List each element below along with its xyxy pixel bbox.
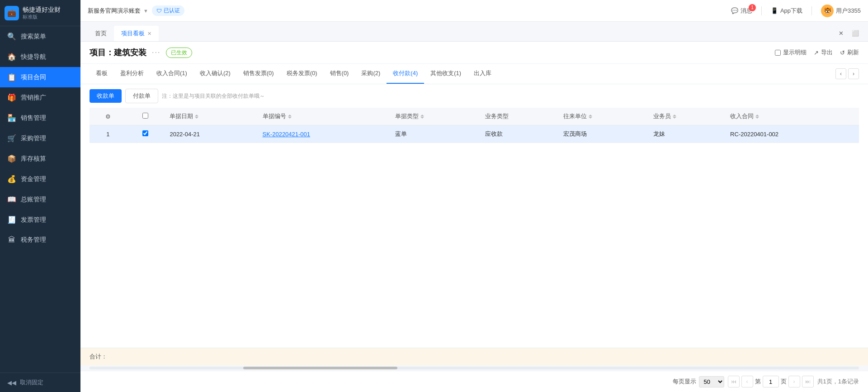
export-button[interactable]: ↗ 导出 bbox=[814, 48, 833, 57]
export-label: 导出 bbox=[821, 48, 833, 57]
data-table: ⚙ 单据日期 单据编号 bbox=[90, 108, 859, 143]
col-type-sort[interactable]: 单据类型 bbox=[395, 112, 424, 120]
message-button[interactable]: 💬 消息 1 bbox=[731, 7, 752, 15]
sidebar-item-label: 发票管理 bbox=[21, 216, 46, 224]
col-partner-sort[interactable]: 往来单位 bbox=[563, 112, 592, 120]
next-page-button[interactable]: › bbox=[788, 376, 800, 387]
per-page-select[interactable]: 50 10 20 100 bbox=[699, 376, 724, 387]
sidebar-item-purchase[interactable]: 🛒 采购管理 bbox=[0, 128, 80, 148]
pagination: 每页显示 50 10 20 100 ⏮ ‹ 第 页 › ⏭ 共1页，1条记录 bbox=[80, 371, 868, 392]
subtab-next-button[interactable]: › bbox=[848, 68, 859, 79]
select-all-checkbox[interactable] bbox=[142, 113, 148, 119]
col-income-contract[interactable]: 收入合同 bbox=[725, 108, 859, 125]
sidebar-nav: 🔍 搜索菜单 🏠 快捷导航 📋 项目合同 🎁 营销推广 🏪 销售管理 🛒 采购管… bbox=[0, 26, 80, 373]
inner-tabs: 收款单 付款单 注：这里是与项目关联的全部收付款单哦～ bbox=[80, 84, 868, 108]
subtab-profit[interactable]: 盈利分析 bbox=[114, 64, 150, 84]
sidebar-item-search[interactable]: 🔍 搜索菜单 bbox=[0, 26, 80, 47]
subtab-other-income[interactable]: 其他收支(1) bbox=[424, 64, 467, 84]
col-number-sort[interactable]: 单据编号 bbox=[263, 112, 292, 120]
scrollbar-thumb[interactable] bbox=[243, 367, 397, 369]
sidebar-item-marketing[interactable]: 🎁 营销推广 bbox=[0, 87, 80, 108]
row-select-checkbox[interactable] bbox=[142, 130, 148, 136]
show-detail-checkbox[interactable] bbox=[775, 50, 781, 56]
first-page-button[interactable]: ⏮ bbox=[728, 376, 740, 387]
tab-project-board[interactable]: 项目看板 ✕ bbox=[114, 26, 159, 41]
table-footer: 合计： bbox=[80, 348, 868, 365]
sidebar-item-sales[interactable]: 🏪 销售管理 bbox=[0, 108, 80, 128]
inner-tab-receipt[interactable]: 收款单 bbox=[90, 89, 122, 103]
row-checkbox[interactable] bbox=[127, 125, 165, 143]
sidebar-item-invoice[interactable]: 🧾 发票管理 bbox=[0, 210, 80, 230]
col-salesman-sort[interactable]: 业务员 bbox=[653, 112, 676, 120]
row-number-link[interactable]: SK-20220421-001 bbox=[263, 131, 311, 138]
app-download-button[interactable]: 📱 App下载 bbox=[771, 7, 802, 15]
message-icon: 💬 bbox=[731, 7, 738, 14]
subtab-tax-invoice[interactable]: 税务发票(0) bbox=[280, 64, 324, 84]
subtab-receipt-payment[interactable]: 收付款(4) bbox=[387, 64, 424, 84]
col-income-contract-sort[interactable]: 收入合同 bbox=[730, 112, 759, 120]
sidebar: 💼 畅捷通好业财 标准版 🔍 搜索菜单 🏠 快捷导航 📋 项目合同 🎁 营销推广… bbox=[0, 0, 80, 392]
more-options-button[interactable]: ··· bbox=[152, 48, 160, 57]
col-number[interactable]: 单据编号 bbox=[257, 108, 390, 125]
subtab-income-confirm[interactable]: 收入确认(2) bbox=[193, 64, 237, 84]
sidebar-item-tax[interactable]: 🏛 税务管理 bbox=[0, 230, 80, 250]
horizontal-scrollbar[interactable] bbox=[80, 365, 868, 371]
last-page-button[interactable]: ⏭ bbox=[802, 376, 814, 387]
demo-account-name: 新服务官网演示账套 bbox=[88, 7, 141, 15]
per-page-label: 每页显示 bbox=[673, 378, 696, 386]
subtab-dashboard[interactable]: 看板 bbox=[90, 64, 114, 84]
col-type[interactable]: 单据类型 bbox=[390, 108, 480, 125]
sidebar-item-project-contract[interactable]: 📋 项目合同 bbox=[0, 67, 80, 87]
scrollbar-track[interactable] bbox=[90, 367, 859, 369]
box-icon: 📦 bbox=[7, 154, 16, 163]
col-partner[interactable]: 往来单位 bbox=[558, 108, 648, 125]
col-checkbox[interactable] bbox=[127, 108, 165, 125]
sidebar-item-label: 库存核算 bbox=[21, 155, 46, 163]
phone-icon: 📱 bbox=[771, 7, 778, 14]
user-menu[interactable]: 🐯 用户3355 bbox=[821, 5, 861, 17]
maximize-button[interactable]: ⬜ bbox=[850, 28, 861, 38]
sidebar-item-label: 搜索菜单 bbox=[21, 33, 46, 41]
tax-icon: 🏛 bbox=[7, 236, 16, 244]
col-settings[interactable]: ⚙ bbox=[90, 108, 127, 125]
table-row[interactable]: 1 2022-04-21 SK-20220421-001 蓝单 应收款 宏茂商场… bbox=[90, 125, 859, 143]
refresh-button[interactable]: ↺ 刷新 bbox=[840, 48, 859, 57]
subtab-income-contract[interactable]: 收入合同(1) bbox=[150, 64, 193, 84]
subtab-purchase[interactable]: 采购(2) bbox=[355, 64, 387, 84]
demo-account-selector[interactable]: 新服务官网演示账套 ▼ bbox=[88, 7, 148, 15]
tab-home-label: 首页 bbox=[95, 29, 107, 38]
tab-home[interactable]: 首页 bbox=[88, 26, 114, 41]
col-date-sort[interactable]: 单据日期 bbox=[170, 112, 198, 120]
page-input[interactable] bbox=[763, 376, 779, 387]
sort-icon bbox=[755, 115, 759, 119]
row-number[interactable]: SK-20220421-001 bbox=[257, 125, 390, 143]
prev-page-button[interactable]: ‹ bbox=[741, 376, 753, 387]
sort-icon bbox=[195, 115, 198, 119]
subtab-in-out[interactable]: 出入库 bbox=[467, 64, 498, 84]
tab-close-icon[interactable]: ✕ bbox=[147, 31, 151, 37]
sidebar-item-label: 销售管理 bbox=[21, 114, 46, 122]
sidebar-item-fund[interactable]: 💰 资金管理 bbox=[0, 169, 80, 189]
unpin-button[interactable]: ◀◀ 取消固定 bbox=[0, 373, 80, 392]
sidebar-item-inventory[interactable]: 📦 库存核算 bbox=[0, 148, 80, 169]
show-detail-toggle[interactable]: 显示明细 bbox=[775, 48, 807, 57]
col-date[interactable]: 单据日期 bbox=[164, 108, 257, 125]
table-wrap: ⚙ 单据日期 单据编号 bbox=[80, 108, 868, 348]
per-page-selector[interactable]: 每页显示 50 10 20 100 bbox=[673, 376, 724, 387]
project-icon: 📋 bbox=[7, 73, 16, 81]
subtab-sales-invoice[interactable]: 销售发票(0) bbox=[237, 64, 280, 84]
subtab-sales[interactable]: 销售(0) bbox=[324, 64, 355, 84]
subtab-prev-button[interactable]: ‹ bbox=[835, 68, 846, 79]
row-type: 蓝单 bbox=[390, 125, 480, 143]
inner-tab-payment[interactable]: 付款单 bbox=[125, 89, 158, 103]
close-tab-button[interactable]: ✕ bbox=[835, 28, 846, 38]
ledger-icon: 📖 bbox=[7, 195, 16, 204]
project-header: 项目：建筑安装 ··· 已生效 显示明细 ↗ 导出 ↺ 刷新 bbox=[80, 42, 868, 64]
sidebar-item-quick-nav[interactable]: 🏠 快捷导航 bbox=[0, 47, 80, 67]
sidebar-item-label: 总账管理 bbox=[21, 196, 46, 204]
row-index: 1 bbox=[90, 125, 127, 143]
page-suffix: 页 bbox=[781, 378, 787, 386]
settings-icon[interactable]: ⚙ bbox=[105, 113, 111, 120]
col-salesman[interactable]: 业务员 bbox=[648, 108, 725, 125]
sidebar-item-ledger[interactable]: 📖 总账管理 bbox=[0, 189, 80, 210]
